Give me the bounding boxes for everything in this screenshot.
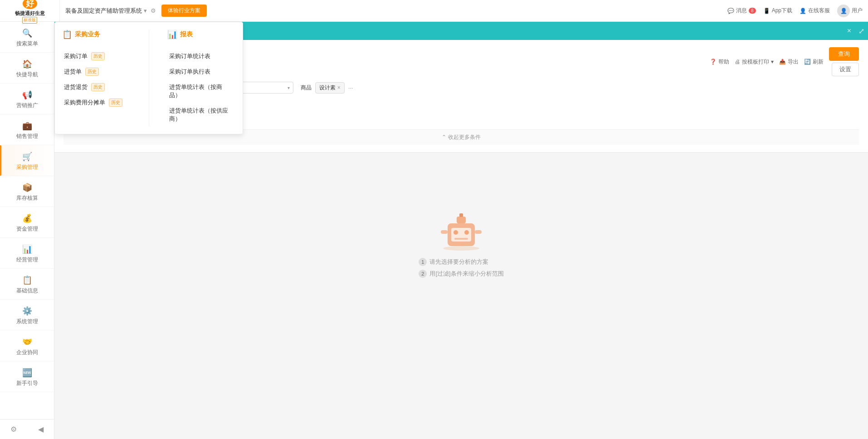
purchase-business-col: 📋 采购业务 采购订单 历史 进货单 历史 进货退货 历史 采购费用分摊单 历史 [62, 30, 131, 127]
user-avatar: 👤 [837, 5, 850, 17]
sidebar-item-sales[interactable]: 💼 销售管理 [0, 114, 54, 145]
sidebar-item-quicknav[interactable]: 🏠 快捷导航 [0, 53, 54, 84]
online-service-item[interactable]: 👤 在线客服 [800, 7, 830, 15]
inbound-order-history-badge: 历史 [85, 68, 99, 76]
purchase-dropdown-menu: 📋 采购业务 采购订单 历史 进货单 历史 进货退货 历史 采购费用分摊单 历史… [54, 22, 243, 134]
svg-rect-6 [457, 217, 466, 223]
empty-hint-1: 1 请先选择要分析的方案 [419, 258, 503, 266]
inbound-stats-by-supplier-label: 进货单统计表（按供应商） [169, 107, 234, 123]
sales-icon: 💼 [22, 121, 32, 131]
sidebar-label-marketing: 营销推广 [16, 102, 38, 109]
purchase-expense-item[interactable]: 采购费用分摊单 历史 [62, 95, 131, 110]
basic-icon: 📋 [22, 275, 32, 285]
service-label: 在线客服 [808, 7, 830, 15]
goods-filter-group: 商品 设计素 × ··· [301, 82, 353, 94]
empty-hints: 1 请先选择要分析的方案 2 用[过滤]条件来缩小分析范围 [419, 258, 503, 281]
tab-close-main-icon[interactable]: × [844, 27, 855, 35]
inbound-order-label: 进货单 [64, 68, 82, 76]
purchase-order-exec-item[interactable]: 采购订单执行表 [167, 64, 236, 79]
sidebar-item-system[interactable]: ⚙️ 系统管理 [0, 300, 54, 330]
logo-title: 畅捷通好生意 [15, 10, 45, 17]
sidebar-item-inventory[interactable]: 📦 库存核算 [0, 176, 54, 207]
mobile-icon: 📱 [763, 8, 770, 14]
inbound-stats-by-supplier-item[interactable]: 进货单统计表（按供应商） [167, 103, 236, 127]
print-template-btn[interactable]: 🖨 按模板打印 ▾ [735, 58, 774, 66]
report-title: 📊 报表 [167, 30, 236, 43]
inbound-order-item[interactable]: 进货单 历史 [62, 64, 131, 79]
purchase-expense-history-badge: 历史 [109, 99, 122, 107]
sidebar-settings-icon[interactable]: ⚙ [10, 425, 17, 434]
empty-state: 1 请先选择要分析的方案 2 用[过滤]条件来缩小分析范围 [54, 153, 868, 334]
service-icon: 👤 [800, 8, 806, 14]
sidebar-label-quicknav: 快捷导航 [16, 71, 38, 79]
inventory-icon: 📦 [22, 183, 32, 192]
sidebar-item-enterprise[interactable]: 🤝 企业协同 [0, 330, 54, 361]
system-title: 装备及固定资产辅助管理系统 [65, 7, 142, 15]
message-icon: 💬 [727, 8, 734, 14]
user-label: 用户 [852, 7, 863, 15]
tab-expand-icon[interactable]: ⤢ [855, 27, 868, 35]
marketing-icon: 📢 [22, 90, 32, 100]
purchase-order-label: 采购订单 [64, 52, 88, 60]
svg-rect-5 [454, 238, 468, 240]
app-download-item[interactable]: 📱 App下载 [763, 7, 792, 15]
query-button[interactable]: 查询 [829, 47, 859, 61]
svg-rect-9 [475, 230, 482, 234]
dropdown-divider [149, 30, 149, 127]
inbound-return-label: 进货退货 [64, 83, 88, 91]
header-right: 💬 消息 8 📱 App下载 👤 在线客服 👤 用户 [727, 5, 863, 17]
export-btn[interactable]: 📤 导出 [779, 58, 799, 66]
sidebar-label-finance: 资金管理 [16, 225, 38, 233]
goods-tag-remove-icon[interactable]: × [337, 84, 341, 91]
sidebar-label-enterprise: 企业协同 [16, 349, 38, 356]
sidebar-label-purchase: 采购管理 [16, 163, 38, 171]
svg-point-4 [464, 230, 469, 235]
sidebar-label-inventory: 库存核算 [16, 194, 38, 202]
export-label: 导出 [788, 58, 799, 66]
refresh-btn[interactable]: 🔄 刷新 [804, 58, 824, 66]
export-icon: 📤 [779, 59, 786, 65]
sidebar-label-operations: 经营管理 [16, 256, 38, 264]
title-dropdown-icon[interactable]: ▾ [144, 7, 147, 14]
help-btn[interactable]: ❓ 帮助 [710, 58, 729, 66]
inbound-return-item[interactable]: 进货退货 历史 [62, 79, 131, 95]
goods-tag: 设计素 × [315, 82, 345, 94]
logo-badge: 标准版 [22, 17, 37, 24]
help-icon: ❓ [710, 59, 717, 65]
enterprise-icon: 🤝 [22, 337, 32, 347]
sidebar-item-purchase[interactable]: 🛒 采购管理 [0, 145, 54, 176]
sidebar-item-basic[interactable]: 📋 基础信息 [0, 269, 54, 300]
sidebar-item-search[interactable]: 🔍 搜索菜单 [0, 22, 54, 53]
title-settings-icon[interactable]: ⚙ [151, 7, 156, 14]
inbound-stats-by-goods-item[interactable]: 进货单统计表（按商品） [167, 79, 236, 103]
report-col: 📊 报表 采购订单统计表 采购订单执行表 进货单统计表（按商品） 进货单统计表（… [167, 30, 236, 127]
trial-button[interactable]: 体验行业方案 [161, 5, 207, 17]
home-icon: 🏠 [22, 59, 32, 69]
message-item[interactable]: 💬 消息 8 [727, 7, 756, 15]
empty-illustration [434, 205, 488, 251]
purchase-icon: 🛒 [22, 152, 32, 162]
purchase-business-title: 📋 采购业务 [62, 30, 131, 43]
action-buttons: 查询 设置 [829, 47, 859, 76]
print-label: 按模板打印 [742, 58, 769, 66]
purchase-order-stats-item[interactable]: 采购订单统计表 [167, 49, 236, 64]
logo-icon: 好 [23, 0, 37, 9]
empty-svg [434, 205, 488, 251]
svg-rect-7 [459, 213, 463, 217]
purchase-order-item[interactable]: 采购订单 历史 [62, 49, 131, 64]
purchase-order-stats-label: 采购订单统计表 [169, 52, 210, 60]
settings-button[interactable]: 设置 [832, 63, 859, 76]
svg-rect-8 [441, 230, 448, 234]
sidebar-item-marketing[interactable]: 📢 营销推广 [0, 84, 54, 114]
sidebar-item-finance[interactable]: 💰 资金管理 [0, 207, 54, 238]
purchase-business-icon: 📋 [62, 30, 72, 39]
goods-tag-value: 设计素 [319, 84, 336, 92]
sidebar-collapse-icon[interactable]: ◀ [38, 425, 44, 434]
app-download-label: App下载 [772, 7, 792, 15]
sidebar-item-guide[interactable]: 🆕 新手引导 [0, 361, 54, 392]
user-item[interactable]: 👤 用户 [837, 5, 863, 17]
sidebar: 🔍 搜索菜单 🏠 快捷导航 📢 营销推广 💼 销售管理 🛒 采购管理 📦 库存核… [0, 22, 54, 439]
sidebar-item-operations[interactable]: 📊 经营管理 [0, 238, 54, 269]
guide-icon: 🆕 [22, 368, 32, 378]
goods-dots[interactable]: ··· [348, 84, 353, 91]
